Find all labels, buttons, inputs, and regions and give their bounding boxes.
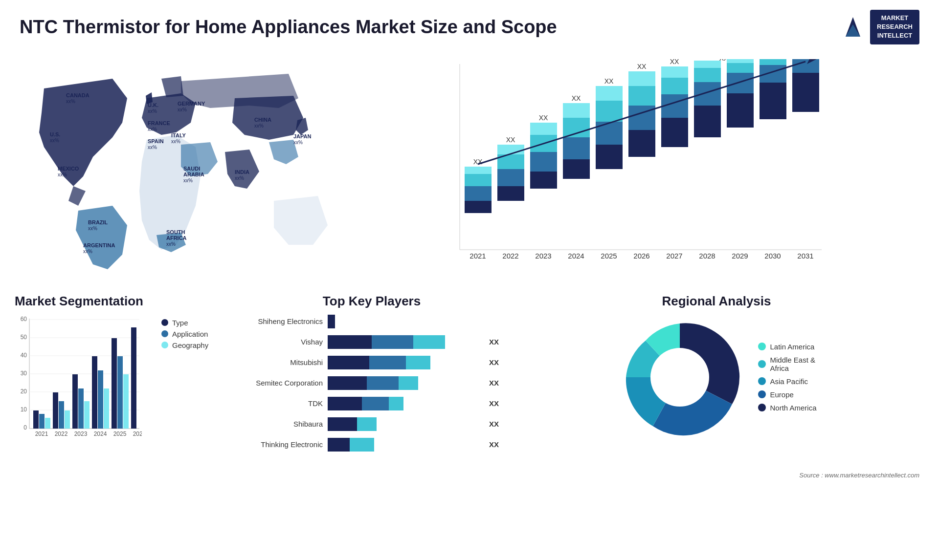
legend-middle-east-africa: Middle East &Africa — [758, 356, 816, 372]
vishay-seg3 — [413, 335, 445, 349]
geography-dot — [161, 342, 168, 348]
seg-2026-type — [131, 327, 136, 429]
bar-2021-seg3 — [465, 174, 492, 186]
tdk-seg2 — [362, 397, 389, 410]
shibaura-seg1 — [328, 417, 357, 431]
player-shiheng: Shiheng Electronics — [245, 315, 499, 328]
svg-text:2024: 2024 — [94, 431, 107, 437]
world-map: CANADA xx% U.S. xx% MEXICO xx% BRAZIL xx… — [15, 49, 347, 289]
regional-inner: Latin America Middle East &Africa Asia P… — [509, 314, 924, 441]
svg-text:2022: 2022 — [55, 431, 68, 437]
player-tdk: TDK XX — [245, 397, 499, 410]
bar-2029-seg3 — [727, 63, 754, 73]
semitec-seg2 — [367, 376, 399, 390]
player-shibaura: Shibaura XX — [245, 417, 499, 431]
bar-2023-label: 2023 — [535, 252, 551, 260]
svg-text:xx%: xx% — [50, 138, 59, 143]
logo-box: MARKET RESEARCH INTELLECT — [870, 10, 919, 44]
map-mexico-label: MEXICO — [58, 166, 79, 172]
bar-2023-val: XX — [539, 114, 548, 122]
seg-2021-app — [39, 414, 45, 429]
seg-2025-app — [117, 356, 123, 429]
map-us-label: U.S. — [50, 131, 60, 137]
bar-2028-label: 2028 — [699, 252, 715, 260]
application-dot — [161, 330, 168, 337]
player-semitec: Semitec Corporation XX — [245, 376, 499, 390]
bar-2025-seg1 — [596, 145, 623, 169]
bar-2028-seg1 — [694, 106, 721, 137]
logo-icon — [841, 15, 865, 39]
shibaura-name: Shibaura — [245, 420, 323, 428]
shibaura-val: XX — [489, 420, 499, 428]
segmentation-chart: 60 50 40 30 20 10 0 — [15, 314, 142, 451]
shiheng-seg1 — [328, 315, 335, 328]
seg-2024-type — [92, 356, 97, 429]
mitsubishi-bar — [328, 356, 480, 369]
bar-2026-val: XX — [637, 63, 647, 70]
seg-2025-type — [112, 338, 117, 429]
bar-2028-seg2 — [694, 82, 721, 106]
regional-area: Regional Analysis — [509, 294, 924, 470]
thinking-bar — [328, 438, 480, 452]
bar-2028-seg4 — [694, 61, 721, 68]
bar-2031-seg1 — [792, 73, 819, 112]
bar-2030-seg2 — [760, 65, 786, 83]
bar-2025-val: XX — [604, 77, 614, 85]
player-vishay: Vishay XX — [245, 335, 499, 349]
legend-application: Application — [161, 330, 208, 338]
seg-2023-geo — [84, 401, 89, 429]
source-text: Source : www.marketresearchintellect.com — [0, 470, 939, 481]
tdk-name: TDK — [245, 399, 323, 408]
key-players-title: Top Key Players — [245, 294, 499, 309]
map-japan-label: JAPAN — [293, 133, 312, 139]
map-area: CANADA xx% U.S. xx% MEXICO xx% BRAZIL xx… — [15, 49, 347, 289]
tdk-seg3 — [389, 397, 403, 410]
shibaura-seg2 — [357, 417, 377, 431]
mitsubishi-seg2 — [369, 356, 406, 369]
segmentation-area: Market Segmentation 60 50 40 30 20 10 0 — [15, 294, 235, 470]
svg-text:xx%: xx% — [148, 145, 157, 150]
svg-text:xx%: xx% — [254, 123, 264, 129]
vishay-seg1 — [328, 335, 372, 349]
svg-text:30: 30 — [21, 370, 27, 377]
regional-title: Regional Analysis — [509, 294, 924, 309]
mitsubishi-seg1 — [328, 356, 369, 369]
growth-chart: 2021 XX 2022 XX 2023 XX — [367, 59, 915, 274]
svg-text:xx%: xx% — [83, 249, 92, 254]
vishay-seg2 — [372, 335, 413, 349]
svg-text:AFRICA: AFRICA — [166, 235, 187, 241]
bar-2030-label: 2030 — [764, 252, 781, 260]
bar-2026-seg4 — [628, 71, 655, 86]
donut-legend: Latin America Middle East &Africa Asia P… — [758, 343, 816, 412]
type-dot — [161, 319, 168, 326]
tdk-seg1 — [328, 397, 362, 410]
north-america-color — [758, 404, 766, 411]
bar-2026-label: 2026 — [633, 252, 649, 260]
thinking-seg1 — [328, 438, 350, 452]
bar-2021-seg2 — [465, 186, 492, 201]
logo-area: MARKET RESEARCH INTELLECT — [841, 10, 919, 44]
donut-hole — [650, 348, 709, 407]
players-list: Shiheng Electronics Vishay XX — [245, 315, 499, 452]
bar-2030-seg3 — [760, 59, 786, 65]
svg-text:xx%: xx% — [88, 226, 97, 231]
map-southafrica-label: SOUTH — [166, 229, 185, 235]
svg-text:60: 60 — [21, 316, 27, 323]
asia-pacific-color — [758, 377, 766, 385]
growth-chart-area: 2021 XX 2022 XX 2023 XX — [357, 49, 924, 289]
map-china-label: CHINA — [254, 117, 271, 123]
map-brazil-label: BRAZIL — [88, 219, 108, 225]
shiheng-bar — [328, 315, 499, 328]
svg-text:20: 20 — [21, 388, 27, 395]
legend-latin-america: Latin America — [758, 343, 816, 351]
svg-text:50: 50 — [21, 334, 27, 341]
europe-color — [758, 390, 766, 398]
mitsubishi-seg3 — [406, 356, 430, 369]
bar-2022-val: XX — [506, 136, 515, 144]
bar-2030-seg1 — [760, 83, 786, 119]
bottom-section: Market Segmentation 60 50 40 30 20 10 0 — [15, 294, 924, 470]
seg-2022-geo — [65, 410, 70, 429]
svg-text:xx%: xx% — [58, 172, 67, 177]
main-content: CANADA xx% U.S. xx% MEXICO xx% BRAZIL xx… — [0, 49, 939, 470]
svg-text:xx%: xx% — [66, 99, 75, 104]
